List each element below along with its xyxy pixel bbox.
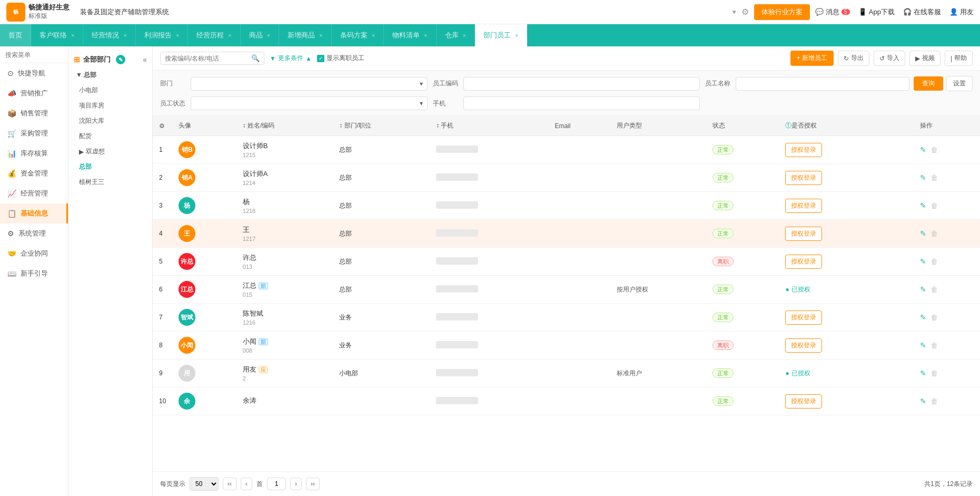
tab-history[interactable]: 经营历程 × xyxy=(188,24,240,46)
close-icon[interactable]: × xyxy=(228,32,231,38)
tab-profit[interactable]: 利润报告 × xyxy=(136,24,188,46)
auth-button[interactable]: 授权登录 xyxy=(785,143,822,157)
close-icon[interactable]: × xyxy=(372,32,375,38)
dept-item-xiaodian[interactable]: 小电部 xyxy=(68,83,152,98)
search-input[interactable] xyxy=(165,55,249,62)
sidebar-item-sysmanage[interactable]: ⚙ 系统管理 xyxy=(0,223,68,244)
sidebar-item-bizmanage[interactable]: 📈 经营管理 xyxy=(0,183,68,203)
filter-dept-select[interactable]: ▾ xyxy=(191,77,428,91)
tab-barcode[interactable]: 条码方案 × xyxy=(332,24,384,46)
view-button[interactable]: ▶ 视频 xyxy=(909,51,941,66)
user-item[interactable]: 👤 用友 xyxy=(949,7,974,17)
edit-button[interactable]: ✎ xyxy=(920,285,926,294)
delete-button[interactable]: 🗑 xyxy=(930,201,938,210)
close-icon[interactable]: × xyxy=(424,32,427,38)
app-download-item[interactable]: 📱 App下载 xyxy=(858,7,895,17)
first-page-btn[interactable]: ‹‹ xyxy=(223,478,236,490)
edit-button[interactable]: ✎ xyxy=(920,313,926,322)
import-button[interactable]: ↺ 导入 xyxy=(874,51,905,66)
auth-button[interactable]: 授权登录 xyxy=(785,310,822,325)
delete-button[interactable]: 🗑 xyxy=(930,397,938,405)
dept-item-shuangxu[interactable]: ▶ 双虚想 xyxy=(68,144,152,159)
sidebar-item-quicknav[interactable]: ⊙ 快捷导航 xyxy=(0,63,68,83)
sidebar-item-sales[interactable]: 📦 销售管理 xyxy=(0,103,68,123)
auth-button[interactable]: 授权登录 xyxy=(785,171,822,185)
per-page-select[interactable]: 50 20 100 xyxy=(190,477,219,491)
close-icon[interactable]: × xyxy=(71,32,74,38)
message-icon-item[interactable]: 💬 消息 5 xyxy=(815,7,850,17)
close-icon[interactable]: × xyxy=(515,32,518,38)
trial-button[interactable]: 体验行业方案 xyxy=(754,4,810,20)
delete-button[interactable]: 🗑 xyxy=(930,369,938,377)
edit-button[interactable]: ✎ xyxy=(920,173,926,182)
sidebar-search-input[interactable] xyxy=(5,51,68,59)
edit-button[interactable]: ✎ xyxy=(920,369,926,377)
close-icon[interactable]: × xyxy=(123,32,126,38)
close-icon[interactable]: × xyxy=(463,32,466,38)
tab-customer[interactable]: 客户联络 × xyxy=(31,24,83,46)
col-name[interactable]: ↕ 姓名/编码 xyxy=(236,116,333,136)
tab-warehouse[interactable]: 仓库 × xyxy=(437,24,475,46)
delete-button[interactable]: 🗑 xyxy=(930,257,938,266)
auth-button[interactable]: 授权登录 xyxy=(785,338,822,353)
close-icon[interactable]: × xyxy=(176,32,179,38)
delete-button[interactable]: 🗑 xyxy=(930,145,938,154)
close-icon[interactable]: × xyxy=(267,32,270,38)
tab-goods[interactable]: 商品 × xyxy=(241,24,279,46)
auth-button[interactable]: 授权登录 xyxy=(785,394,822,409)
dept-collapse-btn[interactable]: « xyxy=(143,55,147,64)
dept-item-zongbu[interactable]: 总部 xyxy=(68,159,152,174)
add-employee-button[interactable]: + 新增员工 xyxy=(790,51,834,66)
tab-add-goods[interactable]: 新增商品 × xyxy=(279,24,331,46)
dept-edit-btn[interactable]: ✎ xyxy=(116,55,125,64)
edit-button[interactable]: ✎ xyxy=(920,257,926,266)
sidebar-item-purchase[interactable]: 🛒 采购管理 xyxy=(0,123,68,143)
tab-operation[interactable]: 经营情况 × xyxy=(83,24,135,46)
delete-button[interactable]: 🗑 xyxy=(930,173,938,182)
sidebar-item-inventory[interactable]: 📊 库存核算 xyxy=(0,143,68,163)
last-page-btn[interactable]: ›› xyxy=(306,478,320,490)
dept-item-project[interactable]: 项目库房 xyxy=(68,98,152,113)
auth-button[interactable]: 授权登录 xyxy=(785,227,822,241)
prev-page-btn[interactable]: ‹ xyxy=(241,478,252,490)
next-page-btn[interactable]: › xyxy=(290,478,302,490)
dept-item-zhishu[interactable]: 植树王三 xyxy=(68,174,152,190)
edit-button[interactable]: ✎ xyxy=(920,201,926,210)
sidebar-item-marketing[interactable]: 📣 营销推广 xyxy=(0,83,68,103)
filter-status-select[interactable]: ▾ xyxy=(191,96,428,110)
auth-button[interactable]: 授权登录 xyxy=(785,199,822,213)
filter-empname-input[interactable] xyxy=(736,77,909,91)
sidebar-search-area[interactable]: 🔍 xyxy=(0,46,68,63)
tab-department[interactable]: 部门员工 × xyxy=(475,24,527,46)
delete-button[interactable]: 🗑 xyxy=(930,229,938,238)
tab-bom[interactable]: 物料清单 × xyxy=(384,24,436,46)
filter-phone-input[interactable] xyxy=(463,96,700,110)
export-button[interactable]: ↻ 导出 xyxy=(838,51,869,66)
col-dept[interactable]: ↕ 部门/职位 xyxy=(333,116,430,136)
sidebar-item-baseinfo[interactable]: 📋 基础信息 xyxy=(0,203,68,223)
auth-button[interactable]: 授权登录 xyxy=(785,255,822,269)
col-phone[interactable]: ↕ 手机 xyxy=(430,116,548,136)
dept-item-root[interactable]: ▼ 总部 xyxy=(68,67,152,83)
col-settings[interactable]: ⚙ xyxy=(153,116,172,136)
settings-button[interactable]: 设置 xyxy=(946,76,973,91)
sidebar-item-finance[interactable]: 💰 资金管理 xyxy=(0,163,68,183)
filter-empcode-input[interactable] xyxy=(463,77,700,91)
gear-icon[interactable]: ⚙ xyxy=(741,7,749,17)
dept-item-shenyang[interactable]: 沈阳大库 xyxy=(68,113,152,129)
support-item[interactable]: 🎧 在线客服 xyxy=(903,7,941,17)
dept-item-peihuo[interactable]: 配货 xyxy=(68,129,152,144)
delete-button[interactable]: 🗑 xyxy=(930,313,938,322)
help-button[interactable]: | 帮助 xyxy=(945,51,973,66)
sidebar-item-guide[interactable]: 📖 新手引导 xyxy=(0,264,68,284)
delete-button[interactable]: 🗑 xyxy=(930,341,938,349)
tab-home[interactable]: 首页 xyxy=(0,24,31,46)
search-input-area[interactable]: 🔍 xyxy=(160,52,264,65)
sidebar-item-collab[interactable]: 🤝 企业协同 xyxy=(0,244,68,264)
edit-button[interactable]: ✎ xyxy=(920,341,926,349)
page-input[interactable] xyxy=(267,478,286,490)
more-filter-btn[interactable]: ▼ 更多条件 ▲ xyxy=(270,54,312,63)
show-resigned-toggle[interactable]: ✓ 显示离职员工 xyxy=(317,54,364,63)
close-icon[interactable]: × xyxy=(319,32,322,38)
search-button[interactable]: 查询 xyxy=(914,76,943,91)
